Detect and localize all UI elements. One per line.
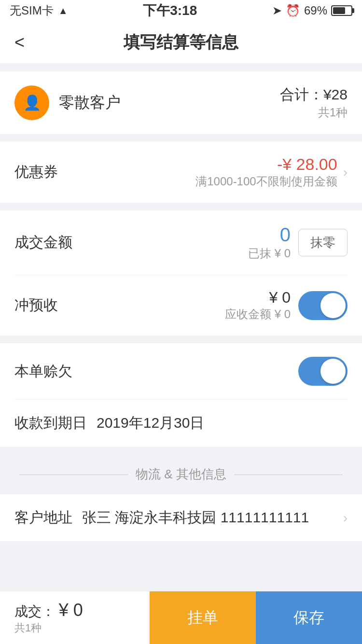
location-icon: ➤ [272,4,282,17]
credit-toggle[interactable] [298,357,348,386]
advance-right: ¥ 0 应收金额 ¥ 0 [225,289,348,322]
nav-bar: < 填写结算等信息 [0,21,362,64]
coupon-chevron-icon: › [343,165,348,180]
toggle-knob [320,293,346,318]
status-bar: 无SIM卡 ▲ 下午3:18 ➤ ⏰ 69% [0,0,362,21]
coupon-value-wrap: -¥ 28.00 满1000-100不限制使用金额 [195,155,337,189]
coupon-sub: 满1000-100不限制使用金额 [195,174,337,189]
coupon-section: 优惠券 -¥ 28.00 满1000-100不限制使用金额 › [0,141,362,203]
advance-label: 冲预收 [14,295,58,315]
customer-count: 共1种 [280,105,348,120]
due-date-row: 收款到期日 2019年12月30日 [0,400,362,447]
person-icon: 👤 [23,94,41,111]
customer-right: 合计：¥28 共1种 [280,85,348,120]
customer-avatar: 👤 [14,85,49,120]
customer-row: 👤 零散客户 合计：¥28 共1种 [0,71,362,134]
summary-count: 共1种 [14,621,135,635]
logistics-label: 物流 & 其他信息 [128,466,234,483]
status-right: ➤ ⏰ 69% [272,4,352,17]
status-carrier: 无SIM卡 ▲ [10,3,68,18]
customer-left: 👤 零散客户 [14,85,121,120]
address-label: 客户地址 [14,508,72,528]
customer-total: 合计：¥28 [280,85,348,105]
coupon-label: 优惠券 [14,162,58,182]
carrier-label: 无SIM卡 [10,3,54,18]
transaction-label: 成交金额 [14,233,72,252]
transaction-value: 0 [248,224,291,246]
bottom-summary: 成交： ¥ 0 共1种 [0,600,150,635]
main-content: 👤 零散客户 合计：¥28 共1种 优惠券 -¥ 28.00 满1000-100… [0,71,362,602]
bottom-bar: 成交： ¥ 0 共1种 挂单 保存 [0,591,362,644]
transaction-section: 成交金额 0 已抹 ¥ 0 抹零 冲预收 ¥ 0 应收金额 ¥ 0 [0,210,362,336]
credit-label: 本单赊欠 [14,362,72,381]
summary-prefix: 成交： [14,604,55,619]
logistics-section-header: 物流 & 其他信息 [0,454,362,494]
battery-icon [331,5,352,16]
credit-right [298,357,348,386]
due-date-value: 2019年12月30日 [97,413,204,433]
back-button[interactable]: < [14,32,43,53]
address-chevron-icon: › [343,510,348,526]
pending-button[interactable]: 挂单 [150,591,256,644]
advance-toggle[interactable] [298,291,348,320]
customer-name: 零散客户 [59,92,121,113]
credit-row: 本单赊欠 [0,343,362,399]
alarm-icon: ⏰ [286,4,300,17]
page-title: 填写结算等信息 [43,31,319,54]
save-button[interactable]: 保存 [256,591,362,644]
save-label: 保存 [293,607,324,629]
pending-label: 挂单 [187,607,218,629]
coupon-value: -¥ 28.00 [195,155,337,174]
transaction-row: 成交金额 0 已抹 ¥ 0 抹零 [0,210,362,275]
due-date-label: 收款到期日 [14,413,87,433]
transaction-sub: 已抹 ¥ 0 [248,246,291,261]
wifi-icon: ▲ [58,5,68,16]
summary-value: ¥ 0 [59,600,83,620]
credit-toggle-knob [320,359,346,384]
status-time: 下午3:18 [143,1,197,20]
transaction-right: 0 已抹 ¥ 0 抹零 [248,224,348,261]
address-value: 张三 海淀永丰科技园 11111111111 [82,508,309,528]
coupon-row[interactable]: 优惠券 -¥ 28.00 满1000-100不限制使用金额 › [0,141,362,203]
advance-sub: 应收金额 ¥ 0 [225,307,291,322]
credit-section: 本单赊欠 收款到期日 2019年12月30日 [0,343,362,447]
advance-value: ¥ 0 [225,289,291,307]
address-row[interactable]: 客户地址 张三 海淀永丰科技园 11111111111 › [0,494,362,541]
battery-percentage: 69% [304,4,327,17]
advance-row: 冲预收 ¥ 0 应收金额 ¥ 0 [0,275,362,336]
customer-section: 👤 零散客户 合计：¥28 共1种 [0,71,362,134]
address-left: 客户地址 张三 海淀永丰科技园 11111111111 [14,508,309,528]
coupon-right: -¥ 28.00 满1000-100不限制使用金额 › [195,155,348,189]
address-section: 客户地址 张三 海淀永丰科技园 11111111111 › [0,494,362,541]
round-zero-button[interactable]: 抹零 [298,229,348,256]
